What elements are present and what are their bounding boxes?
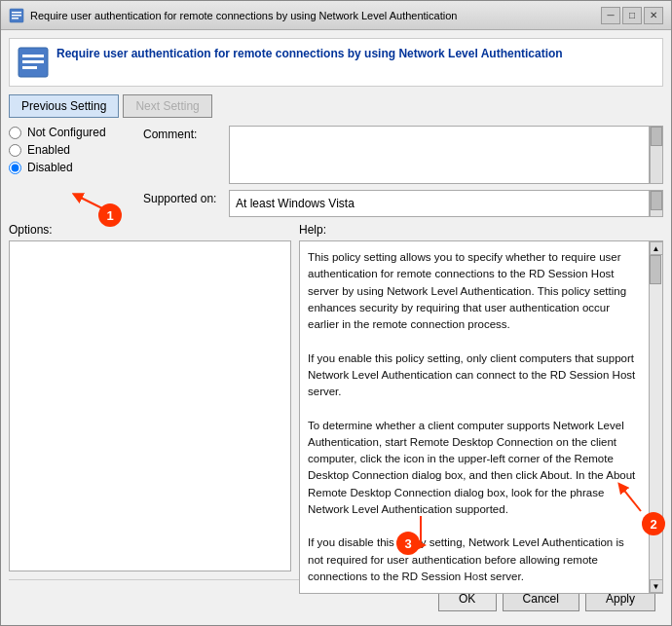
comment-scrollbar-thumb (651, 127, 662, 146)
previous-setting-button[interactable]: Previous Setting (9, 94, 119, 118)
comment-label: Comment: (143, 126, 221, 141)
scroll-thumb[interactable] (650, 255, 661, 284)
svg-line-8 (77, 196, 106, 210)
options-help-row: Options: Help: This policy setting allow… (9, 223, 663, 571)
dialog-content: Require user authentication for remote c… (1, 30, 671, 625)
svg-rect-7 (22, 66, 37, 69)
comment-row: Comment: (143, 126, 663, 184)
title-text: Require user authentication for remote c… (30, 10, 457, 21)
comment-field-wrapper (229, 126, 663, 184)
maximize-button[interactable]: □ (622, 7, 642, 24)
radio-section: Not Configured Enabled Disabled (9, 126, 135, 174)
annotation-1-arrow (67, 176, 126, 215)
radio-not-configured-input[interactable] (9, 127, 21, 139)
help-scrollbar: ▲ ▼ (650, 240, 663, 594)
svg-rect-2 (12, 15, 21, 17)
title-bar-left: Require user authentication for remote c… (9, 8, 457, 23)
title-controls: ─ □ ✕ (601, 7, 663, 24)
radio-enabled-input[interactable] (9, 144, 21, 157)
title-bar: Require user authentication for remote c… (1, 1, 671, 30)
options-section: Options: (9, 223, 291, 571)
supported-row: Supported on: At least Windows Vista (143, 190, 663, 217)
options-label: Options: (9, 223, 291, 237)
radio-not-configured-label: Not Configured (27, 126, 106, 139)
top-row: Not Configured Enabled Disabled (9, 126, 663, 217)
help-section: Help: This policy setting allows you to … (299, 223, 663, 571)
scroll-down-arrow[interactable]: ▼ (650, 579, 663, 593)
radio-disabled-label: Disabled (27, 161, 73, 174)
svg-rect-6 (22, 60, 44, 63)
scroll-up-arrow[interactable]: ▲ (650, 241, 663, 255)
main-window: Require user authentication for remote c… (0, 0, 672, 626)
scroll-track (650, 255, 662, 579)
options-box (9, 240, 291, 571)
next-setting-button[interactable]: Next Setting (123, 94, 211, 118)
header-title: Require user authentication for remote c… (56, 47, 563, 60)
minimize-button[interactable]: ─ (601, 7, 620, 24)
help-box-wrapper: This policy setting allows you to specif… (299, 240, 663, 594)
main-body: Not Configured Enabled Disabled (9, 126, 663, 571)
radio-disabled[interactable]: Disabled (9, 161, 135, 174)
header-policy-icon (18, 47, 49, 78)
radio-not-configured[interactable]: Not Configured (9, 126, 135, 139)
radio-disabled-input[interactable] (9, 162, 21, 174)
help-text: This policy setting allows you to specif… (299, 240, 650, 594)
header-section: Require user authentication for remote c… (9, 38, 663, 87)
supported-label: Supported on: (143, 190, 221, 205)
svg-rect-1 (12, 12, 21, 14)
supported-value: At least Windows Vista (229, 190, 650, 217)
supported-scrollbar (650, 190, 663, 217)
help-label: Help: (299, 223, 663, 237)
radio-enabled[interactable]: Enabled (9, 143, 135, 157)
comment-input[interactable] (229, 126, 650, 184)
comment-scrollbar (650, 126, 663, 184)
policy-icon (9, 8, 24, 23)
svg-rect-5 (22, 55, 44, 57)
right-section: Comment: Supported on: At least Windows … (143, 126, 663, 217)
svg-rect-3 (12, 18, 19, 19)
supported-field-wrapper: At least Windows Vista (229, 190, 663, 217)
close-button[interactable]: ✕ (644, 7, 663, 24)
annotation-1-group: 1 (67, 176, 126, 218)
nav-buttons: Previous Setting Next Setting (9, 94, 663, 118)
supported-scrollbar-thumb (651, 191, 662, 210)
radio-enabled-label: Enabled (27, 143, 70, 157)
